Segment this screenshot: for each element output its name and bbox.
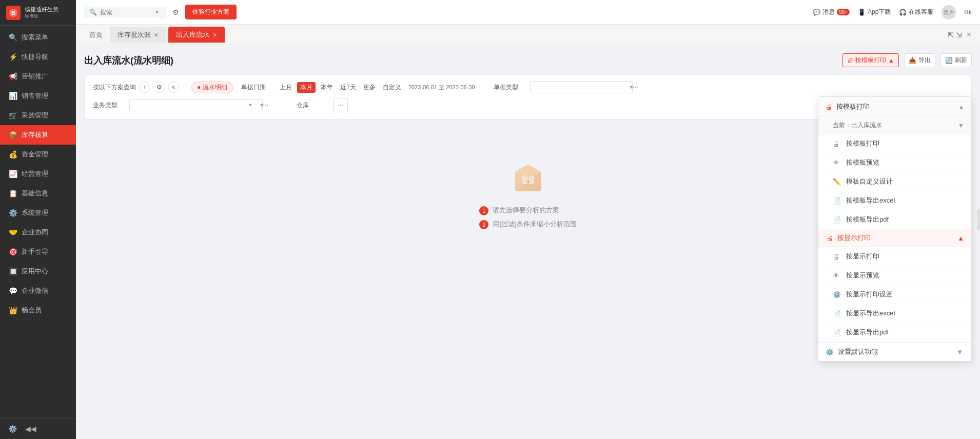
operations-icon: 📈 [8,170,17,178]
sidebar-item-collab[interactable]: 🤝 企业协同 [0,223,76,242]
biz-type-more-button[interactable]: ··· [263,101,268,110]
dropdown-footer-settings[interactable]: ⚙️ 设置默认功能 ▼ [818,342,971,361]
user-avatar[interactable]: 用户 [942,5,956,19]
dropdown-item-template-preview[interactable]: 👁 按模板预览 [818,153,971,172]
header-right-area: 💬 消息 99+ 📱 App下载 🎧 在线客服 用户 Rit [813,5,972,19]
sidebar-item-label: 库存核算 [22,130,48,139]
sidebar-item-system[interactable]: ⚙️ 系统管理 [0,203,76,223]
sidebar-item-apps[interactable]: 🔲 应用中心 [0,262,76,281]
header-gear-icon[interactable]: ⚙ [172,8,179,16]
sidebar-item-wechat[interactable]: 💬 企业微信 [0,281,76,301]
dropdown-item-display-preview[interactable]: 👁 按显示预览 [818,266,971,285]
sidebar-item-basics[interactable]: 📋 基础信息 [0,184,76,203]
template-custom-item-label: 模板自定义设计 [846,177,893,186]
display-print-sub-icon: 🖨 [827,234,833,242]
display-pdf-icon: 📄 [833,329,841,336]
biz-type-select[interactable] [129,99,263,111]
export-button[interactable]: 📤 导出 [904,53,935,67]
online-service-button[interactable]: 🎧 在线客服 [899,8,933,16]
dropdown-item-template-excel[interactable]: 📄 按模板导出excel [818,191,971,210]
export-label: 导出 [918,56,931,65]
messages-button[interactable]: 💬 消息 99+ [813,8,850,16]
date-shortcut-custom[interactable]: 自定义 [381,82,403,93]
display-print-settings-icon: ⚙️ [833,291,841,298]
sidebar-nav: 🔍 搜索菜单 ⚡ 快捷导航 📢 营销推广 📊 销售管理 🛒 采购管理 📦 库存核… [0,26,76,418]
filter-collapse-button[interactable]: « [168,82,179,93]
dropdown-item-display-pdf[interactable]: 📄 按显示导出pdf [818,323,971,342]
date-shortcut-7days[interactable]: 近7天 [338,82,358,93]
sidebar-item-inventory[interactable]: 📦 库存核算 [0,125,76,145]
collapse-sidebar-icon[interactable]: ◀◀ [25,425,36,433]
filter-tag-label: 流水明细 [203,83,227,92]
dropdown-current-item: 当前：出入库流水 ▼ [818,117,971,134]
sidebar-item-member[interactable]: 👑 畅会员 [0,301,76,320]
sidebar-item-quick-nav[interactable]: ⚡ 快捷导航 [0,47,76,67]
tab-home[interactable]: 首页 [84,27,108,43]
step-1-num: 1 [479,206,488,215]
dropdown-item-template-pdf[interactable]: 📄 按模板导出pdf [818,210,971,229]
tab-batch-account-close[interactable]: ✕ [154,32,159,38]
filter-setting-button[interactable]: ⚙ [153,82,165,93]
current-chevron-icon: ▼ [958,122,964,129]
page-header: 出入库流水(流水明细) 🖨 按模板打印 ▲ 📤 导出 🔄 刷新 [84,53,972,67]
trial-button[interactable]: 体验行业方案 [185,5,237,19]
settings-bottom-icon[interactable]: ⚙️ [8,425,17,433]
export-icon: 📤 [909,57,916,64]
tab-batch-account[interactable]: 库存批次账 ✕ [110,27,166,43]
date-shortcut-this-month[interactable]: 本月 [297,82,316,93]
dropdown-item-template-custom[interactable]: ✏️ 模板自定义设计 [818,172,971,191]
app-icon: 📱 [858,9,866,16]
dropdown-item-display-print-settings[interactable]: ⚙️ 按显示打印设置 [818,285,971,304]
date-shortcut-this-year[interactable]: 本年 [319,82,335,93]
filter-add-button[interactable]: + [139,82,150,93]
tab-batch-account-label: 库存批次账 [117,30,151,39]
app-logo-icon: B [6,6,21,20]
search-input[interactable] [100,9,151,16]
tab-close-all-icon[interactable]: ✕ [966,31,972,38]
header-search-box[interactable]: 🔍 ▼ [84,7,166,18]
tab-inout-flow-close[interactable]: ✕ [212,32,217,38]
template-preview-item-label: 按模板预览 [846,158,879,167]
resize-handle[interactable] [977,209,980,230]
dropdown-panel: 🖨 按模板打印 ▲ 当前：出入库流水 ▼ 🖨 按模板打印 👁 按模板预览 ✏️ [818,96,972,362]
app-download-button[interactable]: 📱 App下载 [858,8,891,16]
sidebar-item-sales[interactable]: 📊 销售管理 [0,86,76,106]
sidebar-item-operations[interactable]: 📈 经营管理 [0,164,76,184]
dropdown-item-template-print[interactable]: 🖨 按模板打印 [818,134,971,153]
tab-inout-flow[interactable]: 出入库流水 ✕ [168,27,225,43]
date-filter-label: 单据日期 [241,83,269,92]
sidebar-item-search[interactable]: 🔍 搜索菜单 [0,28,76,47]
sidebar-item-label: 采购管理 [22,111,48,120]
dropdown-header: 🖨 按模板打印 ▲ [818,97,971,117]
empty-steps-list: 1 请先选择要分析的方案 2 用[过滤]条件来缩小分析范围 [479,206,576,233]
svg-text:B: B [11,10,15,16]
sidebar-item-purchase[interactable]: 🛒 采购管理 [0,106,76,125]
template-print-button[interactable]: 🖨 按模板打印 ▲ [842,53,899,67]
display-print-label: 按显示打印 [846,252,879,261]
step-2-text: 用[过滤]条件来缩小分析范围 [493,220,576,229]
filter-tag-liushui[interactable]: ● 流水明细 [191,82,233,93]
refresh-button[interactable]: 🔄 刷新 [940,53,972,67]
finance-icon: 💰 [8,150,17,158]
dropdown-item-display-print[interactable]: 🖨 按显示打印 [818,247,971,266]
doc-type-more-button[interactable]: ··· [633,83,638,92]
sidebar-item-guide[interactable]: 🎯 新手引导 [0,242,76,262]
tab-home-label: 首页 [89,30,103,39]
system-icon: ⚙️ [8,209,17,217]
message-icon: 💬 [813,9,820,16]
dropdown-sub-header: 🖨 按显示打印 ▲ [818,229,971,247]
warehouse-more-button[interactable]: ··· [333,98,347,112]
date-shortcut-more[interactable]: 更多 [361,82,378,93]
display-print-settings-label: 按显示打印设置 [846,290,893,299]
sidebar: B 畅捷通好生意 标准版 🔍 搜索菜单 ⚡ 快捷导航 📢 营销推广 📊 销售管理… [0,0,76,439]
dropdown-item-display-excel[interactable]: 📄 按显示导出excel [818,304,971,323]
date-shortcuts: 上月 本月 本年 近7天 更多 自定义 2023-06-01 至 2023-06… [278,82,475,93]
doc-type-select[interactable] [530,81,633,93]
sidebar-item-label: 基础信息 [22,189,48,198]
basics-icon: 📋 [8,189,17,197]
tab-expand-button[interactable]: ⇱ ⇲ [948,31,962,39]
sidebar-item-label: 销售管理 [22,91,48,101]
sidebar-item-marketing[interactable]: 📢 营销推广 [0,67,76,86]
sidebar-item-finance[interactable]: 💰 资金管理 [0,145,76,164]
date-shortcut-last-month[interactable]: 上月 [278,82,294,93]
